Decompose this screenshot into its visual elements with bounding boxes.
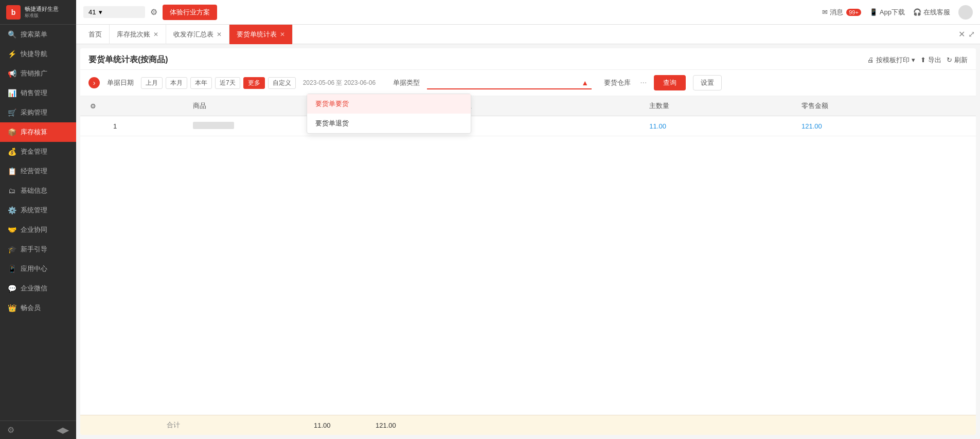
version-number: 41 <box>88 8 96 16</box>
sidebar-item-label: 基础信息 <box>21 186 47 195</box>
table-header-row: ⚙ 商品 主计量单位 主数量 零售金额 <box>80 96 976 116</box>
footer-amount: 121.00 <box>376 422 417 429</box>
page-content: 要货单统计表(按商品) 🖨 按模板打印 ▾ ⬆ 导出 ↻ 刷新 › <box>80 48 976 435</box>
sidebar-item-guide[interactable]: 🎓 新手引导 <box>0 240 76 259</box>
promo-button[interactable]: 体验行业方案 <box>163 5 217 20</box>
sidebar-item-quick-nav[interactable]: ⚡ 快捷导航 <box>0 44 76 64</box>
logo-icon: b <box>6 5 21 20</box>
refresh-action[interactable]: ↻ 刷新 <box>947 56 968 65</box>
online-service-area[interactable]: 🎧 在线客服 <box>913 8 950 17</box>
table-footer: 合计 11.00 121.00 <box>80 415 976 435</box>
quantity-link[interactable]: 11.00 <box>649 122 666 130</box>
sidebar-item-search[interactable]: 🔍 搜索菜单 <box>0 25 76 44</box>
sidebar-item-purchase[interactable]: 🛒 采购管理 <box>0 103 76 122</box>
warehouse-filter-dots-icon[interactable]: ··· <box>640 78 647 87</box>
table-wrapper: ⚙ 商品 主计量单位 主数量 零售金额 1 <box>80 96 976 415</box>
topbar-gear-button[interactable]: ⚙ <box>150 7 157 17</box>
tab-close-icon[interactable]: ✕ <box>153 31 158 38</box>
sidebar-item-system[interactable]: ⚙️ 系统管理 <box>0 200 76 220</box>
sidebar-item-appstore[interactable]: 📱 应用中心 <box>0 259 76 279</box>
crown-icon: 👑 <box>7 303 16 313</box>
main-area: 41 ▾ ⚙ 体验行业方案 ✉ 消息 99+ 📱 App下载 🎧 在线客服 <box>76 0 980 439</box>
collapse-icon[interactable]: ◀▶ <box>57 425 69 435</box>
headset-icon: 🎧 <box>913 8 921 16</box>
date-btn-last-month[interactable]: 上月 <box>141 77 163 89</box>
export-action[interactable]: ⬆ 导出 <box>920 56 941 65</box>
app-download-label: App下载 <box>880 8 905 17</box>
sidebar-item-basic[interactable]: 🗂 基础信息 <box>0 181 76 200</box>
user-avatar[interactable] <box>958 5 973 20</box>
sidebar-item-enterprise[interactable]: 🤝 企业协同 <box>0 220 76 240</box>
sidebar-item-label: 应用中心 <box>21 264 47 273</box>
tab-close-all-icon[interactable]: ✕ <box>958 29 965 39</box>
tab-label: 要货单统计表 <box>237 30 277 39</box>
query-button[interactable]: 查询 <box>654 75 686 90</box>
date-btn-this-year[interactable]: 本年 <box>190 77 212 89</box>
search-icon: 🔍 <box>7 30 16 39</box>
chart-icon: 📊 <box>7 88 16 98</box>
tab-inventory-batch[interactable]: 库存批次账 ✕ <box>110 25 166 44</box>
table-settings-header[interactable]: ⚙ <box>80 96 106 116</box>
app-download-area[interactable]: 📱 App下载 <box>869 8 905 17</box>
sidebar-item-inventory[interactable]: 📦 库存核算 <box>0 122 76 142</box>
export-icon: ⬆ <box>920 56 926 64</box>
type-filter-chevron-icon[interactable]: ▲ <box>581 79 589 87</box>
date-btn-7days[interactable]: 近7天 <box>215 77 240 89</box>
sidebar-item-member[interactable]: 👑 畅会员 <box>0 298 76 318</box>
version-selector[interactable]: 41 ▾ <box>83 6 145 18</box>
filter-expand-button[interactable]: › <box>88 77 100 88</box>
clipboard-icon: 📋 <box>7 167 16 176</box>
dropdown-item-order-return[interactable]: 要货单退货 <box>307 114 471 133</box>
amount-link[interactable]: 121.00 <box>801 122 822 130</box>
refresh-icon: ↻ <box>947 56 952 64</box>
print-action[interactable]: 🖨 按模板打印 ▾ <box>867 56 915 65</box>
cart-icon: 🛒 <box>7 108 16 117</box>
box-icon: 📦 <box>7 127 16 137</box>
sidebar-item-marketing[interactable]: 📢 营销推广 <box>0 64 76 83</box>
date-btn-custom[interactable]: 自定义 <box>268 77 296 89</box>
filter-row: › 单据日期 上月 本月 本年 近7天 更多 自定义 2023-05-06 至 … <box>80 70 976 96</box>
tab-close-icon[interactable]: ✕ <box>217 31 222 38</box>
sidebar-item-finance[interactable]: 💰 资金管理 <box>0 142 76 161</box>
app-icon: 📱 <box>7 264 16 273</box>
tab-label: 库存批次账 <box>117 30 150 39</box>
sidebar-item-sales[interactable]: 📊 销售管理 <box>0 83 76 103</box>
message-icon: ✉ <box>822 8 828 16</box>
messages-badge: 99+ <box>846 9 861 16</box>
page-title: 要货单统计表(按商品) <box>88 54 168 65</box>
sidebar-item-label: 快捷导航 <box>21 49 47 59</box>
sidebar-item-operations[interactable]: 📋 经营管理 <box>0 161 76 181</box>
date-btn-this-month[interactable]: 本月 <box>166 77 187 89</box>
row-quantity-cell: 11.00 <box>642 116 794 136</box>
type-dropdown: 要货单要货 要货单退货 <box>307 94 471 134</box>
table-col-num <box>106 96 186 116</box>
sidebar-item-label: 企业微信 <box>21 284 47 293</box>
tab-expand-icon[interactable]: ⤢ <box>968 29 975 39</box>
settings-button[interactable]: 设置 <box>693 75 722 90</box>
folder-icon: 🗂 <box>7 186 16 195</box>
warehouse-filter-label: 要货仓库 <box>604 78 631 87</box>
tab-receive-summary[interactable]: 收发存汇总表 ✕ <box>166 25 229 44</box>
messages-area[interactable]: ✉ 消息 99+ <box>822 8 861 17</box>
settings-bottom-icon[interactable]: ⚙ <box>7 425 14 435</box>
refresh-label: 刷新 <box>954 56 968 65</box>
date-btn-more[interactable]: 更多 <box>243 77 265 89</box>
tab-order-stats[interactable]: 要货单统计表 ✕ <box>229 25 293 44</box>
sidebar-item-wechat[interactable]: 💬 企业微信 <box>0 279 76 298</box>
dropdown-item-order-goods[interactable]: 要货单要货 <box>307 94 471 114</box>
chat-icon: 💬 <box>7 284 16 293</box>
topbar-left: 41 ▾ ⚙ 体验行业方案 <box>83 5 217 20</box>
money-icon: 💰 <box>7 147 16 156</box>
sidebar-item-label: 新手引导 <box>21 245 47 254</box>
sidebar: b 畅捷通好生意 标准版 🔍 搜索菜单 ⚡ 快捷导航 📢 营销推广 📊 销售管理… <box>0 0 76 439</box>
type-filter-input[interactable] <box>427 77 592 89</box>
chevron-down-icon: ▾ <box>99 8 102 16</box>
row-settings-cell <box>80 116 106 136</box>
tab-close-icon[interactable]: ✕ <box>280 31 285 38</box>
type-filter-label: 单据类型 <box>393 78 420 87</box>
tab-home[interactable]: 首页 <box>81 25 110 44</box>
online-service-label: 在线客服 <box>923 8 950 17</box>
logo-name: 畅捷通好生意 <box>25 5 59 12</box>
topbar-right: ✉ 消息 99+ 📱 App下载 🎧 在线客服 <box>822 5 973 20</box>
tab-label: 收发存汇总表 <box>173 30 213 39</box>
